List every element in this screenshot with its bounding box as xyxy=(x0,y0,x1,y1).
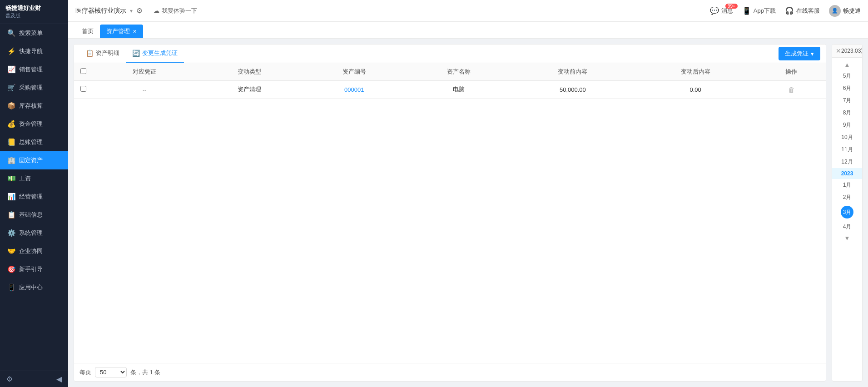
table-toolbar: 生成凭证 ▾ xyxy=(779,45,820,62)
customer-service-label: 在线客服 xyxy=(796,7,820,15)
sidebar-label-ledger: 总账管理 xyxy=(19,138,43,146)
th-voucher: 对应凭证 xyxy=(92,63,197,81)
generate-voucher-button[interactable]: 生成凭证 ▾ xyxy=(779,47,820,60)
main-content: 医疗器械行业演示 ▾ ⚙ ☁ 我要体验一下 💬 消息 99+ 📱 App下载 🎧… xyxy=(68,0,868,387)
sidebar-label-system: 系统管理 xyxy=(19,229,43,237)
sidebar-item-guide[interactable]: 🎯新手引导 xyxy=(0,260,68,278)
table-body: -- 资产清理 000001 电脑 50,000.00 0.00 🗑 xyxy=(74,81,826,99)
message-icon: 💬 xyxy=(710,6,719,15)
company-dropdown-icon[interactable]: ▾ xyxy=(130,8,133,14)
app-download-button[interactable]: 📱 App下载 xyxy=(742,6,776,15)
sidebar-bottom: ⚙ ◀ xyxy=(0,371,68,387)
right-panel-expand-icon[interactable]: ⛶ xyxy=(861,47,863,55)
search-icon: 🔍 xyxy=(7,29,15,37)
calendar-down-nav[interactable]: ▼ xyxy=(832,233,862,243)
calendar-month-2023-2月[interactable]: 2月 xyxy=(832,191,862,203)
experience-label: 我要体验一下 xyxy=(162,7,197,15)
calendar-month-12月[interactable]: 12月 xyxy=(832,156,862,168)
row-checkbox-0[interactable] xyxy=(80,86,86,92)
user-menu[interactable]: 👤 畅捷通 xyxy=(829,5,861,17)
active-month-circle: 3月 xyxy=(841,206,853,218)
sidebar-item-finance[interactable]: 💰资金管理 xyxy=(0,115,68,133)
right-panel-close-icon[interactable]: ✕ xyxy=(836,47,841,55)
change-voucher-label: 变更生成凭证 xyxy=(142,49,178,57)
sidebar-item-quick_nav[interactable]: ⚡快捷导航 xyxy=(0,42,68,60)
app-version: 普及版 xyxy=(5,12,41,19)
table-row: -- 资产清理 000001 电脑 50,000.00 0.00 🗑 xyxy=(74,81,826,99)
calendar-month-5月[interactable]: 5月 xyxy=(832,70,862,82)
tab-asset-detail[interactable]: 📋 资产明细 xyxy=(79,45,126,63)
message-badge: 99+ xyxy=(725,4,738,9)
settings-icon[interactable]: ⚙ xyxy=(6,375,13,383)
calendar-month-10月[interactable]: 10月 xyxy=(832,131,862,144)
sidebar-item-sales[interactable]: 📈销售管理 xyxy=(0,60,68,79)
sidebar-item-payroll[interactable]: 💵工资 xyxy=(0,169,68,188)
guide-icon: 🎯 xyxy=(7,265,15,273)
quick_nav-icon: ⚡ xyxy=(7,47,15,55)
user-name: 畅捷通 xyxy=(843,7,861,15)
company-settings-icon[interactable]: ⚙ xyxy=(136,6,143,15)
sidebar-item-basic_info[interactable]: 📋基础信息 xyxy=(0,206,68,224)
sidebar-label-operations: 经营管理 xyxy=(19,193,43,201)
td-voucher-0: -- xyxy=(92,81,197,99)
sidebar-item-app_center[interactable]: 📱应用中心 xyxy=(0,278,68,297)
sidebar-item-system[interactable]: ⚙️系统管理 xyxy=(0,224,68,242)
generate-voucher-label: 生成凭证 xyxy=(785,50,808,58)
tab-home[interactable]: 首页 xyxy=(75,25,100,38)
calendar-up-nav[interactable]: ▲ xyxy=(832,60,862,70)
calendar-month-9月[interactable]: 9月 xyxy=(832,119,862,131)
calendar-month-2023-1月[interactable]: 1月 xyxy=(832,179,862,191)
customer-service-icon: 🎧 xyxy=(785,6,794,15)
select-all-checkbox[interactable] xyxy=(80,68,86,74)
asset-detail-icon: 📋 xyxy=(86,50,94,57)
company-name[interactable]: 医疗器械行业演示 xyxy=(75,7,126,15)
app-download-label: App下载 xyxy=(754,7,776,15)
asset-detail-label: 资产明细 xyxy=(96,49,119,57)
sidebar-scroll: 🔍搜索菜单⚡快捷导航📈销售管理🛒采购管理📦库存核算💰资金管理📒总账管理🏢固定资产… xyxy=(0,24,68,371)
app_center-icon: 📱 xyxy=(7,283,15,292)
total-label: 条，共 1 条 xyxy=(130,368,160,377)
tab-change-voucher[interactable]: 🔄 变更生成凭证 xyxy=(126,45,184,63)
message-button[interactable]: 💬 消息 99+ xyxy=(710,6,733,15)
tab-close-icon[interactable]: ✕ xyxy=(133,29,137,35)
calendar-month-2023-3月[interactable]: 3月 xyxy=(832,203,862,221)
generate-dropdown-icon: ▾ xyxy=(811,50,814,57)
sidebar-label-cooperation: 企业协同 xyxy=(19,247,43,255)
experience-button[interactable]: ☁ 我要体验一下 xyxy=(154,7,197,15)
delete-icon-0[interactable]: 🗑 xyxy=(788,86,795,94)
sidebar: 畅捷通好业财 普及版 🔍搜索菜单⚡快捷导航📈销售管理🛒采购管理📦库存核算💰资金管… xyxy=(0,0,68,387)
sidebar-item-inventory[interactable]: 📦库存核算 xyxy=(0,97,68,115)
per-page-select[interactable]: 50 10 20 100 xyxy=(95,367,127,377)
calendar-month-2023-4月[interactable]: 4月 xyxy=(832,221,862,233)
calendar-month-6月[interactable]: 6月 xyxy=(832,82,862,94)
sidebar-item-cooperation[interactable]: 🤝企业协同 xyxy=(0,242,68,260)
app-name: 畅捷通好业财 xyxy=(5,5,41,12)
pagination: 每页 50 10 20 100 条，共 1 条 xyxy=(74,363,826,381)
sales-icon: 📈 xyxy=(7,65,15,74)
sidebar-label-payroll: 工资 xyxy=(19,174,31,183)
calendar-month-11月[interactable]: 11月 xyxy=(832,144,862,156)
sidebar-item-purchase[interactable]: 🛒采购管理 xyxy=(0,79,68,97)
sidebar-label-guide: 新手引导 xyxy=(19,265,43,273)
topbar: 医疗器械行业演示 ▾ ⚙ ☁ 我要体验一下 💬 消息 99+ 📱 App下载 🎧… xyxy=(68,0,868,22)
sidebar-item-operations[interactable]: 📊经营管理 xyxy=(0,188,68,206)
sidebar-label-fixed_assets: 固定资产 xyxy=(19,156,43,164)
app-download-icon: 📱 xyxy=(742,6,751,15)
calendar-month-7月[interactable]: 7月 xyxy=(832,94,862,107)
sidebar-logo: 畅捷通好业财 普及版 xyxy=(0,0,68,24)
sidebar-item-fixed_assets[interactable]: 🏢固定资产 xyxy=(0,151,68,169)
content-area: 📋 资产明细 🔄 变更生成凭证 生成凭证 ▾ xyxy=(68,39,868,387)
customer-service-button[interactable]: 🎧 在线客服 xyxy=(785,6,820,15)
cooperation-icon: 🤝 xyxy=(7,247,15,255)
td-checkbox-0 xyxy=(74,81,92,99)
collapse-icon[interactable]: ◀ xyxy=(56,375,62,383)
calendar-month-8月[interactable]: 8月 xyxy=(832,107,862,119)
sidebar-label-basic_info: 基础信息 xyxy=(19,211,43,219)
topbar-left: 医疗器械行业演示 ▾ ⚙ ☁ 我要体验一下 xyxy=(75,6,197,15)
tab-asset-management[interactable]: 资产管理 ✕ xyxy=(100,25,143,38)
sidebar-item-ledger[interactable]: 📒总账管理 xyxy=(0,133,68,151)
right-panel: ✕ 2023.03 ⛶ ▲ 5月6月7月8月9月10月11月12月20231月2… xyxy=(832,44,863,382)
inventory-icon: 📦 xyxy=(7,102,15,110)
sidebar-item-search[interactable]: 🔍搜索菜单 xyxy=(0,24,68,42)
sidebar-label-inventory: 库存核算 xyxy=(19,102,43,110)
